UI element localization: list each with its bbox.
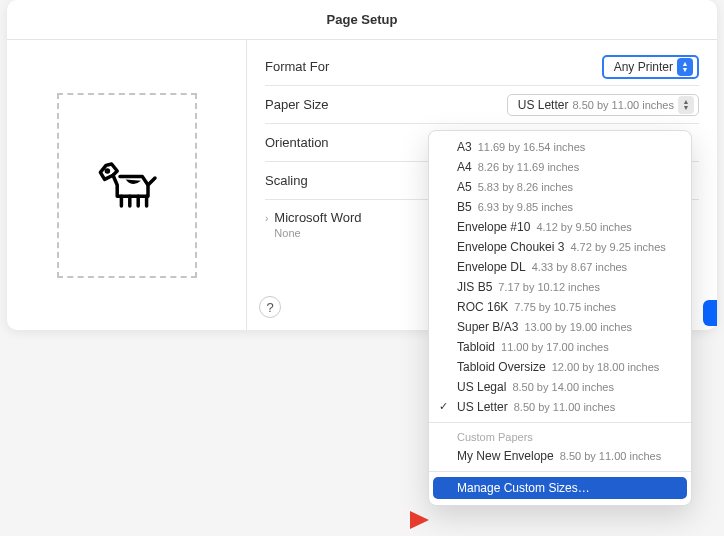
manage-custom-sizes-item[interactable]: Manage Custom Sizes… [433, 477, 687, 499]
option-dimensions: 8.50 by 11.00 inches [514, 401, 616, 413]
option-dimensions: 6.93 by 9.85 inches [478, 201, 573, 213]
option-name: Envelope #10 [457, 220, 530, 234]
paper-size-option[interactable]: ROC 16K7.75 by 10.75 inches [429, 297, 691, 317]
paper-size-option[interactable]: Envelope Choukei 34.72 by 9.25 inches [429, 237, 691, 257]
paper-size-option[interactable]: Tabloid11.00 by 17.00 inches [429, 337, 691, 357]
option-name: Super B/A3 [457, 320, 518, 334]
preview-panel [7, 40, 247, 330]
format-for-row: Format For Any Printer ▲▼ [265, 48, 699, 86]
option-dimensions: 13.00 by 19.00 inches [524, 321, 632, 333]
option-dimensions: 7.75 by 10.75 inches [514, 301, 616, 313]
option-name: A4 [457, 160, 472, 174]
paper-size-option[interactable]: Tabloid Oversize12.00 by 18.00 inches [429, 357, 691, 377]
paper-size-option[interactable]: US Legal8.50 by 14.00 inches [429, 377, 691, 397]
updown-icon: ▲▼ [678, 96, 694, 114]
option-name: My New Envelope [457, 449, 554, 463]
option-dimensions: 11.00 by 17.00 inches [501, 341, 609, 353]
option-name: JIS B5 [457, 280, 492, 294]
option-dimensions: 12.00 by 18.00 inches [552, 361, 660, 373]
custom-papers-header: Custom Papers [429, 428, 691, 446]
help-icon: ? [266, 300, 273, 315]
primary-button-edge[interactable] [703, 300, 717, 326]
paper-size-option[interactable]: My New Envelope8.50 by 11.00 inches [429, 446, 691, 466]
option-name: Envelope Choukei 3 [457, 240, 564, 254]
app-name: Microsoft Word [274, 210, 361, 225]
option-dimensions: 5.83 by 8.26 inches [478, 181, 573, 193]
paper-size-option[interactable]: Envelope #104.12 by 9.50 inches [429, 217, 691, 237]
page-preview [57, 93, 197, 278]
option-name: B5 [457, 200, 472, 214]
paper-size-row: Paper Size US Letter 8.50 by 11.00 inche… [265, 86, 699, 124]
option-dimensions: 4.12 by 9.50 inches [536, 221, 631, 233]
paper-size-label: Paper Size [265, 97, 329, 112]
titlebar: Page Setup [7, 0, 717, 40]
option-name: US Letter [457, 400, 508, 414]
paper-size-option[interactable]: B56.93 by 9.85 inches [429, 197, 691, 217]
option-dimensions: 7.17 by 10.12 inches [498, 281, 600, 293]
paper-size-dimensions: 8.50 by 11.00 inches [572, 99, 674, 111]
paper-size-option[interactable]: US Letter8.50 by 11.00 inches [429, 397, 691, 417]
chevron-right-icon: › [265, 213, 268, 224]
app-status: None [274, 227, 361, 239]
option-dimensions: 4.72 by 9.25 inches [570, 241, 665, 253]
option-name: A5 [457, 180, 472, 194]
paper-size-option[interactable]: Envelope DL4.33 by 8.67 inches [429, 257, 691, 277]
scaling-label: Scaling [265, 173, 308, 188]
orientation-label: Orientation [265, 135, 329, 150]
option-dimensions: 4.33 by 8.67 inches [532, 261, 627, 273]
window-title: Page Setup [327, 12, 398, 27]
paper-size-option[interactable]: A311.69 by 16.54 inches [429, 137, 691, 157]
option-name: US Legal [457, 380, 506, 394]
paper-size-option[interactable]: A48.26 by 11.69 inches [429, 157, 691, 177]
format-for-dropdown[interactable]: Any Printer ▲▼ [602, 55, 699, 79]
format-for-label: Format For [265, 59, 329, 74]
help-button[interactable]: ? [259, 296, 281, 318]
paper-size-option[interactable]: A55.83 by 8.26 inches [429, 177, 691, 197]
option-dimensions: 8.26 by 11.69 inches [478, 161, 580, 173]
option-name: A3 [457, 140, 472, 154]
option-dimensions: 8.50 by 14.00 inches [512, 381, 614, 393]
menu-separator [429, 471, 691, 472]
format-for-value: Any Printer [614, 60, 673, 74]
option-name: Tabloid Oversize [457, 360, 546, 374]
paper-size-dropdown[interactable]: US Letter 8.50 by 11.00 inches ▲▼ [507, 94, 699, 116]
option-dimensions: 11.69 by 16.54 inches [478, 141, 586, 153]
menu-separator [429, 422, 691, 423]
paper-size-value: US Letter [518, 98, 569, 112]
option-name: Tabloid [457, 340, 495, 354]
updown-icon: ▲▼ [677, 58, 693, 76]
paper-size-option[interactable]: Super B/A313.00 by 19.00 inches [429, 317, 691, 337]
paper-size-menu[interactable]: A311.69 by 16.54 inchesA48.26 by 11.69 i… [428, 130, 692, 506]
annotation-arrow-icon [372, 508, 432, 532]
option-name: ROC 16K [457, 300, 508, 314]
paper-size-option[interactable]: JIS B57.17 by 10.12 inches [429, 277, 691, 297]
dog-icon [92, 155, 162, 215]
svg-point-0 [106, 170, 108, 172]
option-dimensions: 8.50 by 11.00 inches [560, 450, 662, 462]
option-name: Envelope DL [457, 260, 526, 274]
